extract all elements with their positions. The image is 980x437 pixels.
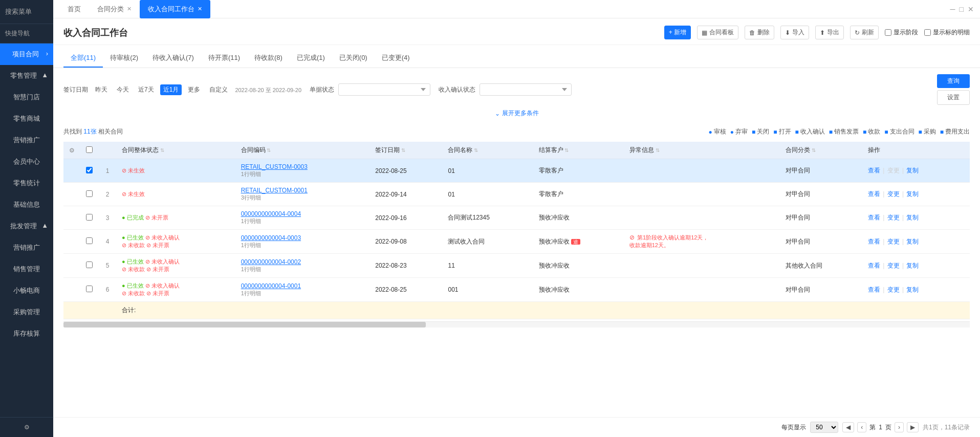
change-btn-4[interactable]: 变更 (887, 238, 900, 245)
row-check-6[interactable] (86, 286, 93, 292)
col-settings[interactable]: ⚙ (63, 142, 80, 159)
sidebar-item-retail-stat[interactable]: 零售统计 (0, 172, 53, 194)
date-option-today[interactable]: 今天 (114, 84, 132, 95)
sidebar-item-member[interactable]: 会员中心 (0, 151, 53, 172)
sidebar-item-project[interactable]: 项目合同 › (0, 43, 53, 65)
row-check-1[interactable] (86, 167, 93, 173)
date-option-more[interactable]: 更多 (185, 84, 203, 95)
close-btn[interactable]: ✕ (968, 5, 974, 13)
next-page-btn[interactable]: › (895, 422, 904, 432)
sidebar-settings[interactable]: ⚙ (0, 417, 53, 437)
col-name[interactable]: 合同名称 (443, 142, 533, 159)
col-customer[interactable]: 结算客户 (534, 142, 624, 159)
horizontal-scrollbar[interactable] (63, 321, 970, 327)
show-stage-checkbox[interactable] (885, 29, 891, 36)
abandon-btn[interactable]: ● 弃审 (730, 126, 748, 138)
select-all-checkbox[interactable] (86, 146, 93, 153)
contract-board-button[interactable]: ▦ 合同看板 (697, 26, 738, 39)
date-option-last1month[interactable]: 近1月 (160, 84, 182, 95)
filter-tab-pending-invoice[interactable]: 待开票(11) (201, 49, 247, 68)
minimize-btn[interactable]: ─ (950, 5, 955, 13)
sidebar-item-retail[interactable]: 零售管理 ▲ (0, 65, 53, 86)
expand-conditions-btn[interactable]: ⌄ 展开更多条件 (495, 109, 539, 118)
delete-button[interactable]: 🗑 删除 (745, 26, 774, 39)
review-btn[interactable]: ● 审核 (709, 126, 726, 138)
view-btn-6[interactable]: 查看 (868, 286, 880, 293)
add-button[interactable]: + 新增 (664, 26, 691, 39)
change-btn-2[interactable]: 变更 (887, 190, 900, 198)
sidebar-item-purchase[interactable]: 采购管理 (0, 301, 53, 323)
filter-tab-all[interactable]: 全部(11) (63, 49, 103, 68)
date-option-custom[interactable]: 自定义 (206, 84, 231, 95)
income-confirm-btn[interactable]: ■ 收入确认 (795, 126, 825, 138)
view-btn-3[interactable]: 查看 (868, 214, 880, 221)
view-btn-4[interactable]: 查看 (868, 238, 880, 245)
code-link-1[interactable]: RETAIL_CUSTOM-0003 (241, 163, 308, 170)
copy-btn-1[interactable]: 复制 (906, 167, 919, 174)
col-error-info[interactable]: 异常信息 (624, 142, 780, 159)
row-check-2[interactable] (86, 190, 93, 197)
close-btn[interactable]: ■ 关闭 (752, 126, 769, 138)
col-checkbox[interactable] (80, 142, 98, 159)
tab-contract-type[interactable]: 合同分类 ✕ (89, 0, 140, 18)
sidebar-quick-nav[interactable]: 快捷导航 (0, 24, 53, 43)
col-overall-status[interactable]: 合同整体状态 (117, 142, 236, 159)
row-checkbox-4[interactable] (80, 230, 98, 254)
filter-tab-pending-payment[interactable]: 待收款(8) (247, 49, 290, 68)
col-contract-type[interactable]: 合同分类 (780, 142, 863, 159)
col-sign-date[interactable]: 签订日期 (370, 142, 443, 159)
page-size-select[interactable]: 50 10 20 100 (810, 422, 838, 433)
copy-btn-5[interactable]: 复制 (906, 262, 919, 269)
income-confirm-select[interactable] (480, 83, 572, 96)
date-option-last7[interactable]: 近7天 (135, 84, 157, 95)
code-link-3[interactable]: 0000000000004-0004 (241, 210, 301, 217)
out-contract-btn[interactable]: ■ 支出合同 (884, 126, 914, 138)
import-button[interactable]: ⬇ 导入 (780, 26, 809, 39)
copy-btn-6[interactable]: 复制 (906, 286, 919, 293)
sidebar-item-wholesale[interactable]: 批发管理 ▲ (0, 215, 53, 237)
col-code[interactable]: 合同编码 (236, 142, 371, 159)
change-btn-6[interactable]: 变更 (887, 286, 900, 293)
query-button[interactable]: 查询 (937, 74, 970, 88)
view-btn-5[interactable]: 查看 (868, 262, 880, 269)
filter-tab-pending-confirm[interactable]: 待收入确认(7) (145, 49, 201, 68)
tab-income-workbench-close[interactable]: ✕ (198, 6, 202, 12)
code-link-2[interactable]: RETAIL_CUSTOM-0001 (241, 187, 308, 194)
open-btn[interactable]: ■ 打开 (773, 126, 791, 138)
copy-btn-2[interactable]: 复制 (906, 190, 919, 198)
tab-contract-type-close[interactable]: ✕ (127, 6, 132, 12)
settings-button[interactable]: 设置 (937, 90, 970, 105)
code-link-6[interactable]: 0000000000004-0001 (241, 282, 301, 290)
sidebar-item-inventory[interactable]: 库存核算 (0, 323, 53, 344)
row-check-3[interactable] (86, 214, 93, 221)
show-detail-checkbox-label[interactable]: 显示标的明细 (924, 28, 970, 37)
filter-tab-changed[interactable]: 已变更(4) (375, 49, 417, 68)
last-page-btn[interactable]: ▶ (907, 422, 919, 432)
maximize-btn[interactable]: □ (960, 5, 964, 13)
row-checkbox-5[interactable] (80, 254, 98, 278)
scrollbar-thumb[interactable] (63, 322, 426, 327)
tab-home[interactable]: 首页 (59, 0, 89, 18)
sidebar-item-basic-info[interactable]: 基础信息 (0, 194, 53, 215)
sidebar-item-marketing2[interactable]: 营销推广 (0, 237, 53, 258)
sales-invoice-btn[interactable]: ■ 销售发票 (829, 126, 859, 138)
filter-tab-pending-review[interactable]: 待审核(2) (103, 49, 145, 68)
sidebar-item-smart-store[interactable]: 智慧门店 (0, 86, 53, 108)
show-detail-checkbox[interactable] (924, 29, 931, 36)
show-stage-checkbox-label[interactable]: 显示阶段 (885, 28, 918, 37)
filter-tab-closed[interactable]: 已关闭(0) (332, 49, 375, 68)
expense-out-btn[interactable]: ■ 费用支出 (940, 126, 970, 138)
change-btn-3[interactable]: 变更 (887, 214, 900, 221)
code-link-4[interactable]: 0000000000004-0003 (241, 234, 301, 242)
sidebar-item-retail-mall[interactable]: 零售商城 (0, 108, 53, 129)
copy-btn-3[interactable]: 复制 (906, 214, 919, 221)
code-link-5[interactable]: 0000000000004-0002 (241, 258, 301, 266)
row-checkbox-2[interactable] (80, 183, 98, 206)
filter-tab-completed[interactable]: 已完成(1) (290, 49, 332, 68)
row-checkbox-3[interactable] (80, 206, 98, 230)
export-button[interactable]: ⬆ 导出 (815, 26, 844, 39)
sidebar-item-marketing[interactable]: 营销推广 (0, 129, 53, 151)
row-checkbox-6[interactable] (80, 278, 98, 302)
copy-btn-4[interactable]: 复制 (906, 238, 919, 245)
doc-status-select[interactable] (338, 83, 430, 96)
